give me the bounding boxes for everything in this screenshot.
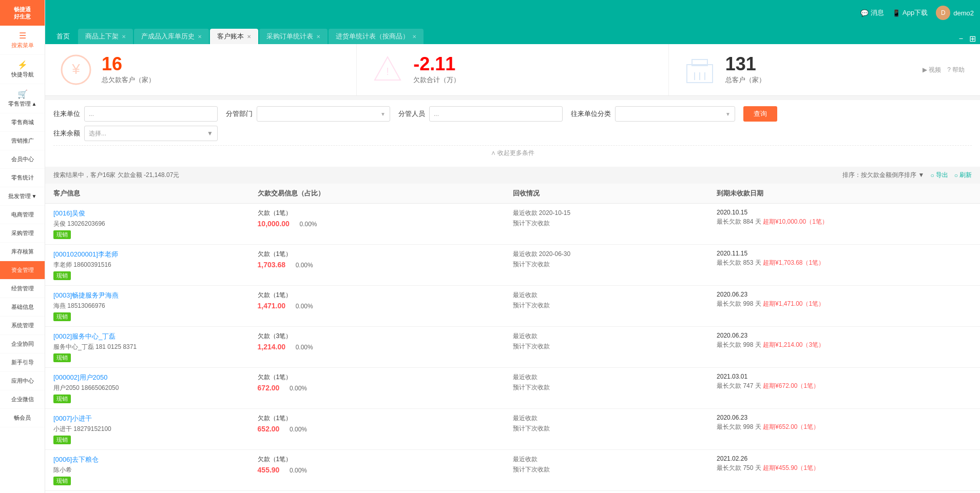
total-customers-icon [684, 54, 715, 85]
sidebar-item-retail-mgmt[interactable]: 🛒 零售管理 ▲ [0, 84, 45, 113]
sidebar-item-pro-member[interactable]: 畅会员 [0, 409, 45, 427]
filter-balance-select[interactable]: 选择... ▼ [84, 126, 218, 141]
filter-unit-category-input[interactable]: ▼ [615, 106, 735, 122]
sidebar-item-enterprise-coop[interactable]: 企业协同 [0, 335, 45, 353]
due-info-0002: 2020.06.23 最长欠款 998 天 超期¥1,214.00（3笔） [717, 332, 972, 349]
sidebar-item-retail-mall[interactable]: 零售商城 [0, 113, 45, 132]
filter-unit-input[interactable]: ... [84, 106, 218, 122]
sidebar-item-finance[interactable]: 资金管理 [0, 261, 45, 280]
results-actions: 排序：按欠款金额倒序排序 ▼ ○ 导出 ○ 刷新 [842, 171, 972, 180]
tab-customer-account[interactable]: 客户账本 ✕ [210, 29, 258, 44]
overdue-amount-000002[interactable]: 超期¥672.00（1笔） [763, 382, 819, 389]
debt-amount-0002[interactable]: 1,214.00 [258, 343, 286, 351]
sidebar-item-business-mgmt[interactable]: 经营管理 [0, 280, 45, 298]
overdue-amount-0007[interactable]: 超期¥652.00（1笔） [763, 423, 819, 430]
sidebar-item-newbie-guide[interactable]: 新手引导 [0, 353, 45, 372]
unit-category-arrow-icon: ▼ [725, 111, 731, 117]
recovery-next-0006: 预计下次收款 [513, 465, 717, 474]
customer-name-0007[interactable]: [0007]小进干 [53, 414, 258, 423]
debt-info-0002: 欠款（3笔） 1,214.00 0.00% [258, 332, 513, 351]
avatar: D [936, 6, 950, 20]
recovery-info-0002: 最近收款 预计下次收款 [513, 332, 717, 351]
debt-count-0002: 欠款（3笔） [258, 332, 513, 341]
recovery-last-0007: 最近收款 [513, 414, 717, 423]
app-download-btn[interactable]: 📱 App下载 [892, 8, 928, 17]
search-button[interactable]: 查询 [743, 106, 777, 122]
stat-card-total-customers: 131 总客户（家） ▶ 视频 ? 帮助 [669, 44, 980, 95]
customer-tag-0016: 现销 [53, 230, 71, 239]
customer-name-00010200001[interactable]: [00010200001]李老师 [53, 250, 258, 259]
tab-close-production[interactable]: ✕ [198, 34, 202, 40]
tab-purchase-order[interactable]: 采购订单统计表 ✕ [259, 29, 328, 44]
tab-close-purchase-order[interactable]: ✕ [316, 34, 320, 40]
sidebar-item-inventory[interactable]: 库存核算 [0, 243, 45, 261]
recovery-last-0002: 最近收款 [513, 332, 717, 341]
overdue-amount-0003[interactable]: 超期¥1,471.00（1笔） [763, 300, 824, 307]
sidebar-item-basic-info[interactable]: 基础信息 [0, 298, 45, 317]
debt-amount-0016[interactable]: 10,000.00 [258, 220, 290, 228]
message-btn[interactable]: 💬 消息 [860, 8, 884, 17]
tab-products[interactable]: 商品上下架 ✕ [78, 29, 133, 44]
sidebar-item-batch-mgmt[interactable]: 批发管理 ▼ [0, 187, 45, 206]
recovery-info-000002: 最近收款 预计下次收款 [513, 373, 717, 392]
debt-amount-0007[interactable]: 652.00 [258, 425, 280, 433]
tab-close-products[interactable]: ✕ [122, 34, 126, 40]
tab-close-purchase-stat[interactable]: ✕ [412, 34, 416, 40]
overdue-amount-0016[interactable]: 超期¥10,000.00（1笔） [763, 218, 828, 225]
debt-percent-0016: 0.00% [299, 221, 317, 228]
filter-department-input[interactable]: ▼ [257, 106, 390, 122]
sidebar-item-quick-nav[interactable]: ⚡ 快捷导航 [0, 55, 45, 84]
filter-balance-label: 往来余额 [53, 129, 80, 138]
total-customers-number: 131 [725, 55, 765, 73]
debt-info-0007: 欠款（1笔） 652.00 0.00% [258, 414, 513, 433]
tab-minimize-btn[interactable]: － [957, 33, 965, 44]
export-btn[interactable]: ○ 导出 [931, 171, 948, 180]
customer-info-0006: [0006]去下粮仓 陈小希 现销 [53, 455, 258, 485]
customer-name-0006[interactable]: [0006]去下粮仓 [53, 455, 258, 464]
overdue-amount-0006[interactable]: 超期¥455.90（1笔） [763, 464, 819, 471]
video-icon: ▶ [923, 66, 927, 73]
sidebar-item-marketing[interactable]: 营销推广 [0, 132, 45, 150]
sidebar-item-search-menu[interactable]: ☰ 搜索菜单 [0, 26, 45, 55]
refresh-btn[interactable]: ○ 刷新 [954, 171, 972, 180]
video-btn[interactable]: ▶ 视频 [923, 66, 941, 74]
top-bar: 💬 消息 📱 App下载 D demo2 [45, 0, 980, 26]
debt-amount-0003[interactable]: 1,471.00 [258, 302, 286, 310]
total-customers-label: 总客户（家） [725, 75, 765, 85]
balance-arrow-icon: ▼ [207, 130, 213, 137]
customer-name-0002[interactable]: [0002]服务中心_丁磊 [53, 332, 258, 341]
overdue-amount-0002[interactable]: 超期¥1,214.00（3笔） [763, 341, 824, 348]
tab-home[interactable]: 首页 [49, 29, 77, 44]
recovery-next-0007: 预计下次收款 [513, 424, 717, 433]
sidebar-item-member-center[interactable]: 会员中心 [0, 150, 45, 169]
sidebar-item-app-center[interactable]: 应用中心 [0, 372, 45, 390]
video-help: ▶ 视频 ? 帮助 [923, 66, 965, 74]
filter-person-input[interactable]: ... [429, 106, 563, 122]
stat-card-right: ▶ 视频 ? 帮助 [923, 66, 965, 74]
overdue-amount-icon: ! [372, 54, 403, 85]
sidebar-item-system-mgmt[interactable]: 系统管理 [0, 317, 45, 335]
debt-amount-000002[interactable]: 672.00 [258, 384, 280, 392]
customer-name-0016[interactable]: [0016]吴俊 [53, 209, 258, 218]
help-btn[interactable]: ? 帮助 [947, 66, 965, 74]
sidebar-item-purchase-mgmt[interactable]: 采购管理 [0, 224, 45, 243]
user-info[interactable]: D demo2 [936, 6, 974, 20]
tab-close-customer-account[interactable]: ✕ [247, 34, 251, 40]
debt-amount-0006[interactable]: 455.90 [258, 466, 280, 474]
debt-info-0003: 欠款（1笔） 1,471.00 0.00% [258, 291, 513, 310]
search-menu-icon: ☰ [3, 31, 42, 41]
sidebar-item-ecommerce[interactable]: 电商管理 [0, 206, 45, 224]
sidebar-item-enterprise-wechat[interactable]: 企业微信 [0, 390, 45, 409]
debt-percent-0003: 0.00% [296, 303, 313, 310]
debt-amount-00010200001[interactable]: 1,703.68 [258, 261, 286, 269]
customer-name-000002[interactable]: [000002]用户2050 [53, 373, 258, 382]
tab-purchase-stat[interactable]: 进货单统计表（按商品） ✕ [329, 29, 424, 44]
debt-info-0016: 欠款（1笔） 10,000.00 0.00% [258, 209, 513, 228]
customer-phone-0016: 吴俊 13026203696 [53, 220, 258, 228]
tab-expand-btn[interactable]: ⊞ [969, 34, 976, 44]
customer-name-0003[interactable]: [0003]畅捷服务尹海燕 [53, 291, 258, 300]
sidebar-item-retail-stats[interactable]: 零售统计 [0, 169, 45, 187]
overdue-amount-00010200001[interactable]: 超期¥1,703.68（1笔） [763, 259, 824, 266]
tab-production[interactable]: 产成品入库单历史 ✕ [134, 29, 209, 44]
collapse-btn[interactable]: ∧ 收起更多条件 [53, 145, 972, 161]
